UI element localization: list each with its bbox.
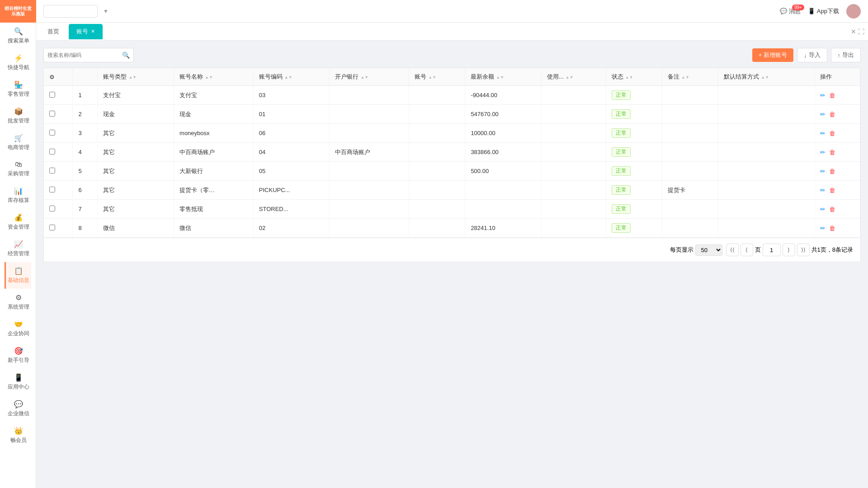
sidebar-item-ecommerce-mgmt[interactable]: 🛒电商管理: [5, 129, 31, 156]
cell-account_type: 其它: [98, 200, 174, 219]
sort-icon-account_name[interactable]: ▲▼: [205, 75, 213, 80]
sidebar-item-membership[interactable]: 👑畅会员: [5, 422, 31, 449]
cell-account_code: 03: [253, 86, 330, 105]
total-records: 共1页，8条记录: [811, 246, 853, 254]
sort-icon-latest_balance[interactable]: ▲▼: [496, 75, 504, 80]
row-checkbox-1[interactable]: [49, 111, 55, 117]
col-header-usage[interactable]: 使用...▲▼: [542, 68, 606, 86]
sidebar-item-retail-mgmt[interactable]: 🏪零售管理: [5, 76, 31, 103]
tab-home[interactable]: 首页: [40, 24, 67, 39]
messages-button[interactable]: 💬 消息 99+: [780, 7, 801, 15]
sidebar-icon-quick-nav: ⚡: [14, 54, 23, 62]
row-checkbox-2[interactable]: [49, 130, 55, 136]
delete-button[interactable]: 🗑: [829, 187, 835, 194]
tab-close-all-icon[interactable]: ✕: [851, 28, 856, 35]
cell-notes: [662, 143, 718, 162]
sidebar-item-new-guide[interactable]: 🎯新手引导: [5, 342, 31, 369]
tab-account[interactable]: 账号✕: [69, 24, 103, 39]
sort-icon-account_code[interactable]: ▲▼: [284, 75, 292, 80]
sort-icon-status[interactable]: ▲▼: [625, 75, 633, 80]
sidebar-icon-finance-mgmt: 💰: [14, 213, 23, 222]
cell-account_code: 04: [253, 143, 330, 162]
sidebar-item-quick-nav[interactable]: ⚡快捷导航: [5, 49, 31, 76]
next-page-button[interactable]: ⟩: [783, 244, 795, 256]
per-page-dropdown[interactable]: 102050100: [695, 244, 722, 256]
edit-button[interactable]: ✏: [820, 168, 826, 175]
cell-num: 5: [73, 162, 98, 181]
col-header-account_code[interactable]: 账号编码▲▼: [253, 68, 330, 86]
import-button[interactable]: ↓ 导入: [797, 48, 827, 62]
sidebar-label-system-mgmt: 系统管理: [8, 303, 29, 311]
row-checkbox-3[interactable]: [49, 149, 55, 155]
sidebar-item-basic-info[interactable]: 📋基础信息: [5, 262, 31, 289]
prev-page-button[interactable]: ⟨: [741, 244, 753, 256]
cell-default_settlement: [718, 105, 815, 124]
avatar[interactable]: [846, 4, 861, 19]
edit-button[interactable]: ✏: [820, 206, 826, 213]
sidebar-item-purchase-mgmt[interactable]: 🛍采购管理: [5, 156, 31, 182]
export-button[interactable]: ↑ 导出: [831, 48, 861, 62]
col-header-status[interactable]: 状态▲▼: [606, 68, 662, 86]
add-account-button[interactable]: + 新增账号: [752, 48, 793, 62]
sidebar-item-enterprise-agreement[interactable]: 🤝企业协同: [5, 315, 31, 342]
sidebar-item-app-center[interactable]: 📱应用中心: [5, 369, 31, 395]
col-header-account_type[interactable]: 账号类型▲▼: [98, 68, 174, 86]
delete-button[interactable]: 🗑: [829, 168, 835, 175]
sidebar-item-system-mgmt[interactable]: ⚙系统管理: [5, 289, 31, 315]
row-checkbox-0[interactable]: [49, 92, 55, 98]
sidebar-item-finance-mgmt[interactable]: 💰资金管理: [5, 209, 31, 235]
edit-button[interactable]: ✏: [820, 92, 826, 99]
edit-button[interactable]: ✏: [820, 149, 826, 156]
sidebar-item-search-menu[interactable]: 🔍搜索菜单: [5, 23, 31, 49]
delete-button[interactable]: 🗑: [829, 149, 835, 156]
tab-close-account[interactable]: ✕: [91, 28, 95, 34]
col-header-account_name[interactable]: 账号名称▲▼: [174, 68, 254, 86]
tab-expand-icon[interactable]: ⛶: [858, 28, 864, 35]
edit-button[interactable]: ✏: [820, 225, 826, 232]
row-checkbox-6[interactable]: [49, 206, 55, 211]
col-header-notes[interactable]: 备注▲▼: [662, 68, 718, 86]
cell-bank: [330, 162, 409, 181]
cell-latest_balance: 547670.00: [465, 105, 542, 124]
cell-default_settlement: [718, 124, 815, 143]
search-icon[interactable]: 🔍: [122, 52, 130, 59]
col-header-bank[interactable]: 开户银行▲▼: [330, 68, 409, 86]
first-page-button[interactable]: ⟨⟨: [726, 244, 739, 256]
delete-button[interactable]: 🗑: [829, 225, 835, 232]
sort-icon-usage[interactable]: ▲▼: [566, 75, 574, 80]
cell-account_code: 01: [253, 105, 330, 124]
row-checkbox-5[interactable]: [49, 187, 55, 192]
sort-icon-account_number[interactable]: ▲▼: [428, 75, 436, 80]
col-header-default_settlement[interactable]: 默认结算方式▲▼: [718, 68, 815, 86]
edit-button[interactable]: ✏: [820, 111, 826, 118]
sidebar-item-operation-mgmt[interactable]: 📈经营管理: [5, 235, 31, 262]
status-badge: 正常: [612, 147, 631, 157]
delete-button[interactable]: 🗑: [829, 92, 835, 99]
sort-icon-notes[interactable]: ▲▼: [681, 75, 689, 80]
topbar-arrow-icon[interactable]: ▼: [103, 8, 108, 14]
cell-notes: [662, 162, 718, 181]
edit-button[interactable]: ✏: [820, 130, 826, 137]
sidebar-item-inventory[interactable]: 📊库存核算: [5, 182, 31, 209]
cell-num: 2: [73, 105, 98, 124]
cell-latest_balance: 500.00: [465, 162, 542, 181]
col-header-latest_balance[interactable]: 最新余额▲▼: [465, 68, 542, 86]
sidebar-item-enterprise-wechat[interactable]: 💬企业微信: [5, 395, 31, 422]
delete-button[interactable]: 🗑: [829, 206, 835, 213]
sidebar-item-wholesale-mgmt[interactable]: 📦批发管理: [5, 103, 31, 129]
sort-icon-account_type[interactable]: ▲▼: [128, 75, 137, 80]
edit-button[interactable]: ✏: [820, 187, 826, 194]
row-checkbox-4[interactable]: [49, 168, 55, 174]
page-input[interactable]: [763, 244, 781, 256]
sort-icon-bank[interactable]: ▲▼: [360, 75, 368, 80]
delete-button[interactable]: 🗑: [829, 130, 835, 137]
search-input[interactable]: [47, 52, 122, 58]
col-header-account_number[interactable]: 账号▲▼: [409, 68, 465, 86]
row-checkbox-7[interactable]: [49, 225, 55, 230]
app-download-button[interactable]: 📱 App下载: [808, 7, 839, 15]
last-page-button[interactable]: ⟩⟩: [797, 244, 810, 256]
delete-button[interactable]: 🗑: [829, 111, 835, 118]
sidebar-label-membership: 畅会员: [10, 436, 27, 444]
sort-icon-default_settlement[interactable]: ▲▼: [761, 75, 769, 80]
topbar-search-input[interactable]: [43, 5, 98, 18]
